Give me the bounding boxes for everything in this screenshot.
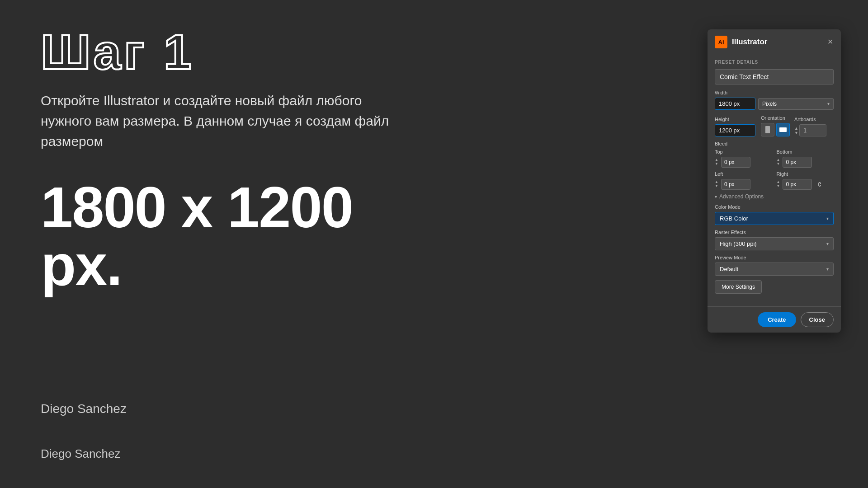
ai-logo-text: Ai [718,39,724,45]
preset-name-box[interactable]: Comic Text Effect [715,69,834,84]
step-heading: Шаг 1 [41,27,448,77]
orientation-field: Orientation [761,115,790,136]
author-footer: Diego Sanchez [41,447,120,461]
color-mode-chevron-icon: ▾ [826,216,829,221]
dialog-footer: Create Close [708,306,841,333]
advanced-chevron-icon: ▾ [715,194,717,199]
bleed-top-label: Top [715,149,772,155]
create-button[interactable]: Create [758,312,796,327]
bleed-top-input-row: ▲ ▼ 0 px [715,157,772,168]
unit-chevron-icon: ▾ [827,101,830,106]
dialog-panel: Ai Illustrator ✕ PRESET DETAILS Comic Te… [708,29,841,333]
color-mode-select[interactable]: RGB Color ▾ [715,212,834,225]
dialog-close-button[interactable]: Close [801,312,834,327]
bleed-left-input[interactable]: 0 px [721,179,750,190]
width-input[interactable]: 1800 px [715,98,755,110]
bleed-bottom-input[interactable]: 0 px [783,157,812,168]
height-row: Height 1200 px Orientation [715,115,834,136]
color-mode-label: Color Mode [715,204,834,210]
more-settings-button[interactable]: More Settings [715,280,762,294]
height-field: Height 1200 px [715,117,755,136]
preview-mode-select[interactable]: Default ▾ [715,263,834,276]
orientation-group [761,123,790,136]
preview-chevron-icon: ▾ [826,267,829,272]
bleed-bottom-input-row: ▲ ▼ 0 px [777,157,834,168]
raster-effects-label: Raster Effects [715,230,834,235]
bleed-right-input[interactable]: 0 px [783,179,812,190]
size-display: 1800 x 1200 px. [41,178,448,294]
advanced-options-toggle[interactable]: ▾ Advanced Options [715,193,834,200]
portrait-btn[interactable] [761,123,774,136]
left-spin: ▲ ▼ [715,180,718,188]
bleed-top-field: Top ▲ ▼ 0 px [715,149,772,168]
height-input[interactable]: 1200 px [715,124,755,136]
artboards-field: Artboards ▲ ▼ 1 [794,117,826,136]
bleed-left-label: Left [715,171,772,177]
top-spin: ▲ ▼ [715,158,718,166]
description-text: Откройте Illustrator и создайте новый фа… [41,90,402,151]
dialog-body: PRESET DETAILS Comic Text Effect Width 1… [708,54,841,306]
link-bleed-icon[interactable] [814,179,825,190]
right-spin: ▲ ▼ [777,180,780,188]
preset-label: PRESET DETAILS [715,60,834,65]
raster-chevron-icon: ▾ [826,241,829,246]
bleed-bottom-label: Bottom [777,149,834,155]
bleed-bottom-field: Bottom ▲ ▼ 0 px [777,149,834,168]
author-label: Diego Sanchez [41,447,120,460]
unit-select[interactable]: Pixels ▾ [758,98,834,110]
landscape-btn[interactable] [776,123,790,136]
bleed-right-input-row: ▲ ▼ 0 px [777,179,834,190]
width-input-row: 1800 px Pixels ▾ [715,98,834,110]
bleed-left-input-row: ▲ ▼ 0 px [715,179,772,190]
width-row: Width 1800 px Pixels ▾ [715,90,834,114]
bleed-top-bottom-row: Top ▲ ▼ 0 px Bottom ▲ ▼ [715,149,834,168]
author-name: Diego Sanchez [41,402,127,416]
bleed-top-input[interactable]: 0 px [721,157,750,168]
svg-rect-0 [765,126,770,133]
close-icon[interactable]: ✕ [826,37,835,46]
bleed-left-field: Left ▲ ▼ 0 px [715,171,772,190]
raster-effects-select[interactable]: High (300 ppi) ▾ [715,237,834,250]
dialog-header: Ai Illustrator ✕ [708,29,841,54]
artboards-spin-arrows: ▲ ▼ [794,126,798,135]
left-content: Шаг 1 Откройте Illustrator и создайте но… [41,27,448,312]
width-field: Width 1800 px Pixels ▾ [715,90,834,114]
bleed-left-right-row: Left ▲ ▼ 0 px Right ▲ ▼ [715,171,834,190]
dialog-title: Illustrator [732,38,767,47]
svg-rect-1 [779,127,787,132]
bleed-right-field: Right ▲ ▼ 0 px [777,171,834,190]
orientation-label: Orientation [761,115,790,121]
artboards-input[interactable]: 1 [799,124,826,136]
artboards-label: Artboards [794,117,826,122]
preset-name-text: Comic Text Effect [720,73,769,80]
bleed-label: Bleed [715,141,834,146]
width-label: Width [715,90,834,95]
bottom-spin: ▲ ▼ [777,158,780,166]
artboards-input-row: ▲ ▼ 1 [794,124,826,136]
preview-mode-label: Preview Mode [715,255,834,260]
height-label: Height [715,117,755,122]
bleed-right-label: Right [777,171,834,177]
ai-logo-icon: Ai [715,36,727,48]
